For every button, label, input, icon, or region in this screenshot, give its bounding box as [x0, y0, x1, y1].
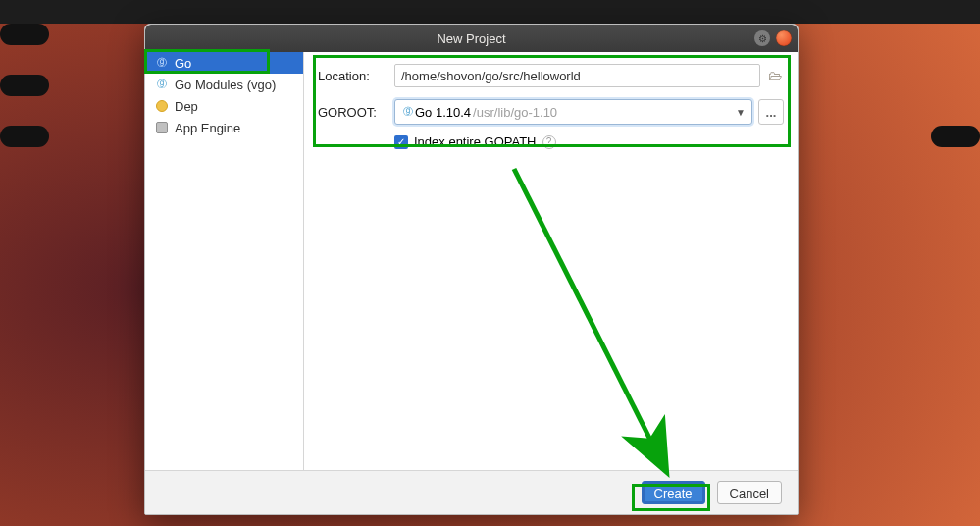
create-button[interactable]: Create: [642, 481, 705, 504]
gear-icon[interactable]: ⚙: [754, 30, 770, 46]
dialog-footer: Create Cancel: [145, 471, 798, 514]
location-row: Location: 🗁: [318, 64, 784, 87]
more-label: ...: [766, 105, 777, 120]
sidebar-item-app-engine[interactable]: App Engine: [145, 117, 303, 138]
sidebar-item-label: Dep: [175, 99, 198, 114]
project-type-sidebar: ⓖ Go ⓖ Go Modules (vgo) Dep App Engine: [145, 52, 304, 470]
dep-icon: [155, 99, 169, 113]
gopher-icon: ⓖ: [155, 56, 169, 70]
sidebar-item-go[interactable]: ⓖ Go: [145, 52, 303, 74]
project-form: Location: 🗁 GOROOT: ⓖ Go 1.10.4 /usr/lib…: [304, 52, 798, 470]
goroot-more-button[interactable]: ...: [758, 99, 784, 125]
cancel-button[interactable]: Cancel: [717, 481, 782, 504]
desktop-decoration: [931, 126, 980, 147]
window-title: New Project: [437, 31, 505, 46]
cancel-button-label: Cancel: [730, 486, 769, 500]
index-gopath-label: Index entire GOPATH: [414, 134, 537, 149]
goroot-row: GOROOT: ⓖ Go 1.10.4 /usr/lib/go-1.10 ▼ .…: [318, 99, 784, 125]
sidebar-item-go-modules[interactable]: ⓖ Go Modules (vgo): [145, 74, 303, 95]
goroot-sdk-name: Go 1.10.4: [415, 105, 471, 120]
chevron-down-icon: ▼: [736, 107, 746, 118]
sidebar-item-label: Go: [175, 56, 191, 71]
browse-folder-icon[interactable]: 🗁: [766, 68, 784, 83]
titlebar: New Project ⚙: [145, 25, 798, 52]
goroot-sdk-path: /usr/lib/go-1.10: [473, 105, 557, 120]
desktop-decoration: [0, 24, 49, 45]
dialog-body: ⓖ Go ⓖ Go Modules (vgo) Dep App Engine L…: [145, 52, 798, 471]
location-label: Location:: [318, 69, 394, 83]
gopher-icon: ⓖ: [155, 78, 169, 91]
help-icon[interactable]: ?: [542, 135, 556, 149]
index-gopath-row: ✓ Index entire GOPATH ?: [318, 134, 784, 149]
index-gopath-checkbox[interactable]: ✓: [394, 135, 408, 149]
gopher-icon: ⓖ: [401, 105, 415, 119]
goroot-select[interactable]: ⓖ Go 1.10.4 /usr/lib/go-1.10 ▼: [394, 99, 752, 125]
create-button-label: Create: [654, 486, 693, 500]
close-icon[interactable]: [776, 30, 792, 46]
desktop-decoration: [0, 75, 49, 96]
sidebar-item-label: App Engine: [175, 121, 240, 135]
desktop-decoration: [0, 126, 49, 147]
desktop-top-bar: [0, 0, 980, 24]
goroot-label: GOROOT:: [318, 105, 394, 120]
new-project-dialog: New Project ⚙ ⓖ Go ⓖ Go Modules (vgo) De…: [144, 24, 799, 515]
location-input[interactable]: [394, 64, 760, 87]
window-controls: ⚙: [754, 30, 792, 46]
app-engine-icon: [155, 121, 169, 134]
sidebar-item-dep[interactable]: Dep: [145, 95, 303, 117]
sidebar-item-label: Go Modules (vgo): [175, 78, 276, 92]
